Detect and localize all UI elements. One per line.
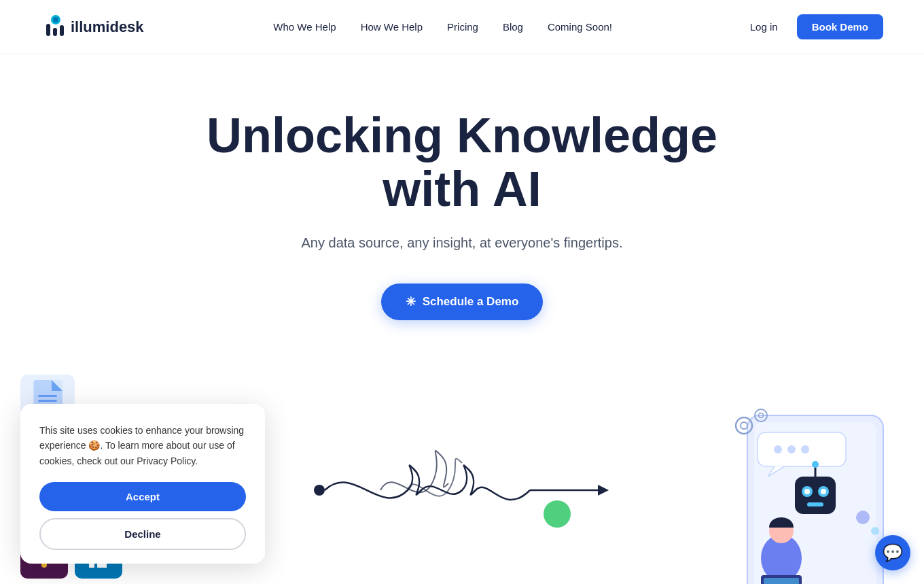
nav-blog[interactable]: Blog [503, 21, 523, 33]
accept-cookie-button[interactable]: Accept [39, 482, 246, 511]
svg-point-27 [544, 500, 571, 528]
svg-rect-49 [764, 578, 799, 584]
path-svg [299, 409, 625, 572]
nav-how-we-help[interactable]: How We Help [361, 21, 423, 33]
svg-point-31 [741, 422, 747, 429]
svg-rect-38 [795, 477, 836, 514]
sparkle-icon: ✳ [406, 294, 416, 309]
svg-rect-3 [53, 28, 57, 36]
svg-point-51 [856, 511, 870, 524]
nav-actions: Log in Book Demo [742, 14, 883, 39]
svg-point-24 [314, 485, 325, 496]
svg-point-37 [801, 445, 809, 453]
cookie-banner: This site uses cookies to enhance your b… [20, 404, 265, 564]
svg-point-35 [774, 445, 782, 453]
chat-bubble-icon: 💬 [883, 543, 903, 562]
svg-point-1 [53, 17, 58, 22]
svg-rect-6 [38, 395, 57, 397]
svg-point-42 [821, 489, 826, 494]
book-demo-button[interactable]: Book Demo [797, 14, 883, 39]
logo-text: illumidesk [71, 18, 144, 36]
schedule-demo-label: Schedule a Demo [423, 295, 519, 309]
cookie-message: This site uses cookies to enhance your b… [39, 423, 246, 468]
navbar: illumidesk Who We Help How We Help Prici… [0, 0, 924, 54]
svg-point-52 [871, 527, 879, 535]
hero-title: Unlocking Knowledge with AI [170, 109, 754, 216]
cookie-buttons: Accept Decline [39, 482, 246, 550]
nav-who-we-help[interactable]: Who We Help [273, 21, 336, 33]
svg-point-45 [812, 461, 819, 468]
svg-rect-4 [60, 25, 64, 36]
schedule-demo-button[interactable]: ✳ Schedule a Demo [381, 284, 544, 320]
hero-subtitle: Any data source, any insight, at everyon… [302, 235, 623, 251]
logo-icon [41, 14, 67, 40]
decline-cookie-button[interactable]: Decline [39, 518, 246, 550]
svg-point-40 [804, 489, 810, 494]
svg-marker-26 [598, 485, 609, 496]
nav-coming-soon[interactable]: Coming Soon! [548, 21, 612, 33]
chat-bubble-button[interactable]: 💬 [875, 535, 910, 570]
login-button[interactable]: Log in [742, 16, 786, 38]
svg-rect-7 [38, 400, 57, 402]
hero-section: Unlocking Knowledge with AI Any data sou… [0, 54, 924, 361]
svg-rect-43 [807, 502, 823, 506]
nav-pricing[interactable]: Pricing [447, 21, 478, 33]
logo[interactable]: illumidesk [41, 14, 144, 40]
center-illustration [258, 388, 666, 584]
svg-rect-2 [46, 24, 50, 36]
svg-point-36 [787, 445, 796, 453]
nav-links: Who We Help How We Help Pricing Blog Com… [273, 21, 612, 33]
